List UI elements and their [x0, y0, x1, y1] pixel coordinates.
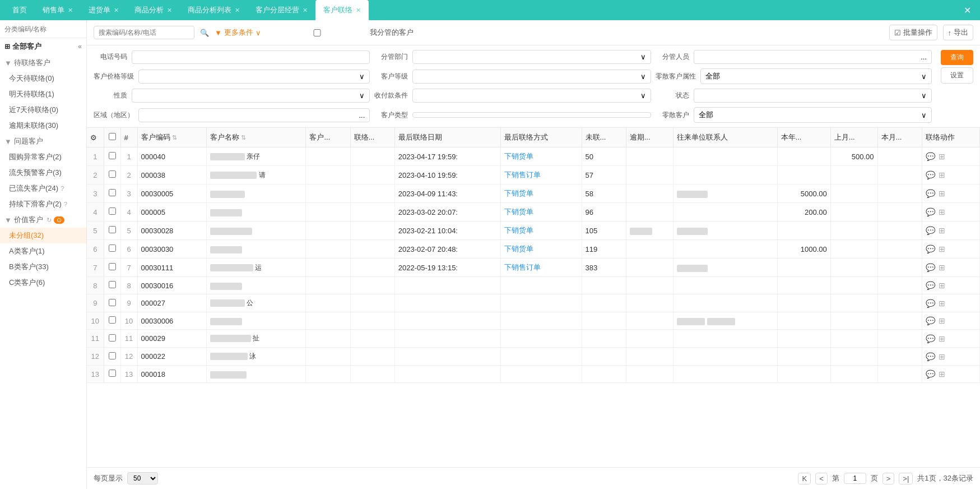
row-last-method[interactable] [501, 277, 582, 294]
reset-button[interactable]: 设置 [941, 67, 973, 84]
message-action-icon[interactable]: 💬 [926, 207, 935, 216]
th-last-month[interactable]: 上月... [830, 128, 877, 147]
last-method-link[interactable]: 下销货单 [504, 207, 533, 216]
message-action-icon[interactable]: 💬 [926, 245, 935, 253]
row-checkbox-cell[interactable] [104, 147, 120, 166]
sidebar-item-overdue[interactable]: 逾期未联络(30) [0, 118, 86, 133]
sort-code-icon[interactable]: ⇅ [172, 134, 177, 141]
row-checkbox[interactable] [109, 370, 116, 377]
row-checkbox[interactable] [109, 334, 116, 342]
grid-action-icon[interactable]: ⊞ [939, 352, 945, 361]
sidebar-item-7days[interactable]: 近7天待联络(0) [0, 102, 86, 118]
payment-select[interactable]: ∨ [412, 89, 651, 103]
select-all-checkbox[interactable] [109, 133, 116, 140]
last-page-button[interactable]: >| [899, 473, 913, 485]
row-checkbox-cell[interactable] [104, 259, 120, 277]
th-year-amt[interactable]: 本年... [777, 128, 830, 147]
grid-action-icon[interactable]: ⊞ [939, 170, 945, 179]
sidebar-item-c-class[interactable]: C类客户(6) [0, 275, 86, 290]
problem-section-header[interactable]: ▼ 问题客户 [0, 133, 86, 149]
row-checkbox-cell[interactable] [104, 366, 120, 383]
th-customer-code[interactable]: 客户编码 ⇅ [137, 128, 206, 147]
tab-customer-seg[interactable]: 客户分层经营 ✕ [248, 0, 315, 20]
grid-action-icon[interactable]: ⊞ [939, 263, 945, 272]
row-checkbox-cell[interactable] [104, 277, 120, 294]
row-checkbox[interactable] [109, 299, 116, 306]
th-last-date[interactable]: 最后联络日期 [394, 128, 500, 147]
row-checkbox-cell[interactable] [104, 240, 120, 259]
sidebar-item-b-class[interactable]: B类客户(33) [0, 259, 86, 275]
tab-purchase[interactable]: 进货单 ✕ [81, 0, 127, 20]
last-method-link[interactable]: 下销货单 [504, 226, 533, 234]
th-contacts[interactable]: 往来单位联系人 [673, 128, 777, 147]
row-last-method[interactable] [501, 330, 582, 348]
query-button[interactable]: 查询 [941, 50, 973, 65]
row-checkbox[interactable] [109, 281, 116, 288]
sidebar-search-input[interactable] [4, 25, 87, 33]
close-sales-tab[interactable]: ✕ [68, 0, 73, 20]
row-checkbox[interactable] [109, 245, 116, 252]
message-action-icon[interactable]: 💬 [926, 316, 935, 325]
last-method-link[interactable]: 下销货单 [504, 245, 533, 253]
sidebar-item-declining[interactable]: 持续下滑客户(2) ? [0, 196, 86, 212]
phone-input[interactable] [132, 50, 370, 64]
value-section-header[interactable]: ▼ 价值客户 ↻ ⊙ [0, 212, 86, 228]
row-checkbox[interactable] [109, 263, 116, 270]
row-last-method[interactable] [501, 348, 582, 366]
zero-attr-select[interactable]: 全部 ∨ [700, 68, 932, 84]
th-contact[interactable]: 联络... [350, 128, 394, 147]
region-select[interactable]: ... [138, 108, 370, 122]
last-method-link[interactable]: 下销售订单 [504, 170, 541, 179]
first-page-button[interactable]: K [798, 473, 811, 485]
tab-sales[interactable]: 销售单 ✕ [35, 0, 81, 20]
message-action-icon[interactable]: 💬 [926, 334, 935, 343]
row-last-method[interactable]: 下销货单 [501, 240, 582, 259]
customer-level-select[interactable]: ∨ [412, 70, 651, 84]
last-method-link[interactable]: 下销货单 [504, 189, 533, 197]
row-checkbox[interactable] [109, 352, 116, 359]
person-select[interactable]: ... [694, 50, 932, 64]
pending-section-header[interactable]: ▼ 待联络客户 [0, 55, 86, 71]
message-action-icon[interactable]: 💬 [926, 281, 935, 290]
price-level-select[interactable]: ∨ [138, 70, 370, 84]
tab-customer-contact[interactable]: 客户联络 ✕ [315, 0, 369, 20]
last-method-link[interactable]: 下销售订单 [504, 263, 541, 271]
search-input[interactable] [94, 26, 194, 39]
my-customers-checkbox[interactable] [267, 29, 368, 36]
grid-action-icon[interactable]: ⊞ [939, 152, 945, 161]
all-customers-header[interactable]: ⊞ 全部客户 « [0, 38, 86, 55]
dept-select[interactable]: ∨ [412, 50, 651, 64]
grid-action-icon[interactable]: ⊞ [939, 207, 945, 216]
sidebar-item-hoard[interactable]: 囤购异常客户(2) [0, 149, 86, 165]
row-last-method[interactable]: 下销售订单 [501, 259, 582, 277]
th-this-month[interactable]: 本月... [877, 128, 922, 147]
row-last-method[interactable]: 下销货单 [501, 184, 582, 203]
prev-page-button[interactable]: < [815, 473, 828, 485]
grid-action-icon[interactable]: ⊞ [939, 189, 945, 198]
message-action-icon[interactable]: 💬 [926, 352, 935, 361]
message-action-icon[interactable]: 💬 [926, 370, 935, 379]
row-last-method[interactable]: 下销货单 [501, 147, 582, 166]
tab-analysis-list[interactable]: 商品分析列表 ✕ [180, 0, 248, 20]
sidebar-item-ungroup[interactable]: 未分组(32) [0, 228, 86, 243]
message-action-icon[interactable]: 💬 [926, 226, 935, 235]
tab-home[interactable]: 首页 [4, 0, 35, 20]
th-last-method[interactable]: 最后联络方式 [501, 128, 582, 147]
export-button[interactable]: ↑ 导出 [943, 25, 974, 40]
sort-name-icon[interactable]: ⇅ [241, 134, 246, 141]
grid-action-icon[interactable]: ⊞ [939, 245, 945, 253]
row-checkbox[interactable] [109, 189, 116, 196]
row-last-method[interactable]: 下销售订单 [501, 166, 582, 184]
batch-operation-button[interactable]: ☑ 批量操作 [889, 25, 937, 40]
row-checkbox[interactable] [109, 170, 116, 178]
row-checkbox-cell[interactable] [104, 222, 120, 240]
close-customer-contact-tab[interactable]: ✕ [356, 0, 361, 20]
row-last-method[interactable] [501, 312, 582, 330]
message-action-icon[interactable]: 💬 [926, 299, 935, 308]
grid-action-icon[interactable]: ⊞ [939, 370, 945, 379]
row-checkbox[interactable] [109, 152, 116, 159]
row-checkbox-cell[interactable] [104, 203, 120, 222]
page-number-input[interactable] [844, 473, 866, 484]
row-last-method[interactable]: 下销货单 [501, 222, 582, 240]
close-analysis-tab[interactable]: ✕ [167, 0, 172, 20]
